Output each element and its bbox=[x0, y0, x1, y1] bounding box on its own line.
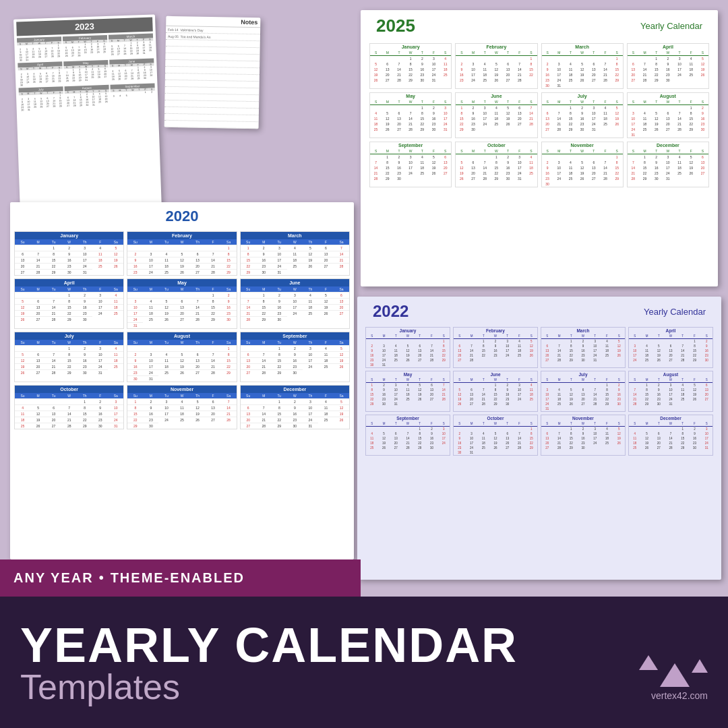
day-cell: 3 bbox=[127, 298, 143, 304]
day-cell: 3 bbox=[700, 427, 712, 431]
day-cell: 5 bbox=[641, 431, 653, 436]
day-cell: 8 bbox=[221, 351, 237, 357]
day-cell: 11 bbox=[174, 404, 189, 411]
day-cell: 5 bbox=[686, 154, 697, 160]
day-cell: 21 bbox=[553, 441, 566, 446]
day-cell: 16 bbox=[576, 116, 588, 121]
day-cell: 5 bbox=[576, 160, 588, 165]
day-cell bbox=[588, 56, 599, 61]
month-block-february-2025: FebruarySMTWTFS1234567891011121314151617… bbox=[455, 43, 537, 89]
month-header-october-2020: October bbox=[15, 386, 123, 393]
day-header-cell: F bbox=[318, 239, 334, 245]
day-header-cell: Th bbox=[190, 286, 206, 292]
day-cell: 27 bbox=[439, 171, 451, 176]
day-header-cell: M bbox=[553, 334, 566, 339]
day-cell: 15 bbox=[565, 116, 576, 121]
day-cell: 27 bbox=[662, 127, 673, 132]
day-cell: 11 bbox=[158, 357, 174, 363]
day-header-cell: W bbox=[402, 377, 414, 383]
day-cell: 30 bbox=[393, 176, 404, 181]
day-cell: 7 bbox=[466, 344, 478, 348]
day-cell bbox=[241, 292, 256, 298]
day-cell: 29 bbox=[641, 402, 653, 406]
day-cell: 7 bbox=[221, 398, 237, 404]
day-cell: 6 bbox=[390, 431, 402, 436]
day-header-cell: F bbox=[92, 393, 108, 398]
day-header-cell: T bbox=[477, 377, 489, 383]
day-cell: 9 bbox=[127, 257, 143, 263]
day-header-cell: Tu bbox=[272, 340, 287, 345]
day-cell: 1 bbox=[366, 383, 378, 388]
day-cell: 14 bbox=[553, 436, 566, 441]
day-cell: 10 bbox=[437, 431, 450, 436]
day-header-cell: T bbox=[502, 99, 514, 105]
day-cell: 2 bbox=[577, 339, 589, 344]
day-cell: 13 bbox=[15, 257, 30, 263]
day-header-cell: M bbox=[553, 148, 565, 154]
day-cell bbox=[370, 105, 382, 111]
day-cell: 11 bbox=[641, 348, 653, 353]
day-cell: 5 bbox=[15, 351, 30, 357]
day-cell: 12 bbox=[370, 67, 382, 72]
day-cell: 21 bbox=[256, 363, 272, 369]
day-cell: 11 bbox=[525, 388, 537, 392]
day-cell: 8 bbox=[456, 111, 467, 116]
day-cell: 29 bbox=[272, 423, 287, 429]
day-cell: 14 bbox=[665, 436, 677, 441]
day-header-cell: W bbox=[576, 50, 588, 56]
day-header-cell: W bbox=[174, 239, 189, 245]
day-cell: 15 bbox=[61, 304, 77, 310]
day-cell: 21 bbox=[514, 441, 526, 446]
calendar-2022-sheet: 2022 Yearly Calendar JanuarySMTWTFS12345… bbox=[357, 297, 721, 580]
day-cell: 1 bbox=[689, 339, 701, 344]
month-header-january-2020: January bbox=[15, 232, 123, 239]
day-header-cell: W bbox=[577, 334, 589, 339]
day-cell: 22 bbox=[456, 121, 467, 127]
month-header-september-2020: September bbox=[241, 332, 349, 340]
day-cell: 29 bbox=[256, 316, 272, 322]
day-header-cell: Th bbox=[190, 393, 206, 398]
day-cell: 28 bbox=[402, 446, 414, 450]
day-cell: 23 bbox=[287, 363, 303, 369]
day-header-cell: T bbox=[565, 148, 576, 154]
month-block-may-2020: MaySuMTuWThFSa12345678910111213141516171… bbox=[127, 278, 237, 329]
day-cell: 20 bbox=[577, 397, 589, 402]
day-cell bbox=[454, 427, 466, 431]
day-cell: 3 bbox=[378, 344, 390, 348]
month-block-march-2025: MarchSMTWTFS1234567891011121314151617181… bbox=[541, 43, 624, 89]
day-header-cell: M bbox=[466, 421, 478, 427]
month-days-june-2020: SuMTuWThFSa12345678910111213141516171819… bbox=[241, 286, 349, 322]
day-header-cell: W bbox=[287, 393, 303, 398]
day-cell: 20 bbox=[30, 310, 46, 316]
day-cell: 14 bbox=[673, 116, 685, 121]
day-header-cell: S bbox=[525, 148, 537, 154]
day-header-cell: S bbox=[525, 421, 537, 427]
day-header-cell: F bbox=[514, 99, 525, 105]
day-header-cell: T bbox=[502, 50, 514, 56]
day-cell: 27 bbox=[541, 446, 553, 450]
day-cell: 19 bbox=[334, 411, 349, 417]
day-cell: 20 bbox=[30, 363, 46, 369]
day-cell: 25 bbox=[565, 78, 576, 83]
day-header-cell: Su bbox=[15, 393, 30, 398]
day-cell: 21 bbox=[477, 397, 489, 402]
day-cell: 27 bbox=[393, 127, 404, 132]
month-header-december-2025: December bbox=[628, 142, 708, 148]
day-header-cell: F bbox=[428, 99, 439, 105]
day-cell: 13 bbox=[382, 67, 393, 72]
day-header-cell: Th bbox=[303, 286, 318, 292]
day-cell: 19 bbox=[491, 72, 502, 78]
day-cell: 31 bbox=[662, 176, 673, 181]
day-cell: 11 bbox=[390, 348, 402, 353]
day-cell: 8 bbox=[525, 431, 537, 436]
notes-sheet: Notes Feb 14 Valentine's Day Aug 05 Toa … bbox=[164, 16, 261, 129]
day-cell: 23 bbox=[697, 121, 708, 127]
month-header-april-2022: April bbox=[629, 328, 712, 334]
day-cell bbox=[190, 245, 206, 251]
day-header-cell: T bbox=[479, 148, 491, 154]
day-cell: 13 bbox=[241, 411, 256, 417]
day-cell: 26 bbox=[576, 78, 588, 83]
day-header-cell: S bbox=[366, 377, 378, 383]
day-cell bbox=[653, 427, 665, 431]
month-days-december-2025: SMTWTFS123456789101112131415161718192021… bbox=[628, 148, 708, 181]
